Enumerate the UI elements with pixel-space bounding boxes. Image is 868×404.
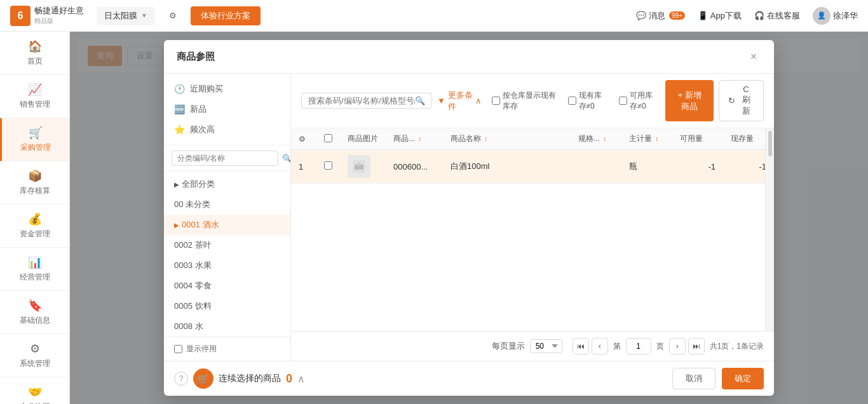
quick-frequent[interactable]: ⭐ 频次高 — [164, 119, 290, 140]
add-product-button[interactable]: + 新增商品 — [665, 80, 714, 121]
th-spec[interactable]: 规格... ↕ — [571, 128, 621, 150]
select-all-checkbox[interactable] — [324, 134, 332, 142]
sidebar-item-collaboration[interactable]: 🤝 企业协同 — [0, 377, 69, 404]
online-service-item[interactable]: 🎧 在线客服 — [754, 10, 800, 22]
per-page-select[interactable]: 50 10 20 100 — [530, 339, 562, 353]
table-row[interactable]: 1 — [291, 150, 774, 184]
footer-buttons: 取消 确定 — [672, 368, 764, 389]
th-name-label: 商品名称 — [451, 134, 481, 143]
quick-new-products[interactable]: 🆕 新品 — [164, 99, 290, 119]
cell-image — [340, 150, 386, 184]
th-checkbox — [316, 128, 340, 150]
search-bar: 🔍 ▼ 更多条件 ∧ 按仓库显示现有库存 — [291, 74, 774, 128]
logo-text: 畅捷通好生意 — [34, 6, 84, 17]
cat-item-snack[interactable]: 0004 零食 — [164, 276, 290, 296]
sort-code-icon: ↕ — [418, 135, 421, 142]
th-stock-label: 现存量 — [731, 134, 754, 143]
show-disabled-area: 显示停用 — [164, 337, 290, 361]
sidebar-item-sales[interactable]: 📈 销售管理 — [0, 75, 69, 118]
sidebar-item-system[interactable]: ⚙ 系统管理 — [0, 334, 69, 377]
sidebar-item-inventory[interactable]: 📦 库存核算 — [0, 161, 69, 205]
per-page-wrap: 每页显示 50 10 20 100 — [492, 339, 562, 353]
sidebar-label-system: 系统管理 — [20, 358, 50, 369]
product-search-input[interactable] — [308, 96, 415, 105]
content-area: 查询 设置 刷新 商品参照 × 🕐 — [70, 32, 868, 404]
sidebar-item-finance[interactable]: 💰 资金管理 — [0, 205, 69, 248]
top-nav: 6 畅捷通好生意 精品版 日太阳膜 ▼ ⚙ 体验行业方案 💬 消息 99+ 📱 … — [0, 0, 868, 32]
cat-item-water[interactable]: 0008 水 — [164, 316, 290, 337]
th-available[interactable]: 可用量 — [672, 128, 723, 150]
modal-body: 🕐 近期购买 🆕 新品 ⭐ 频次高 — [164, 74, 774, 361]
row-checkbox[interactable] — [324, 161, 332, 170]
sidebar-item-purchase[interactable]: 🛒 采购管理 — [0, 118, 69, 161]
cell-name: 白酒100ml — [443, 150, 571, 184]
th-name[interactable]: 商品名称 ↕ — [443, 128, 571, 150]
cat-item-unclassified[interactable]: 00 未分类 — [164, 194, 290, 215]
cat-label-all: 全部分类 — [182, 178, 215, 190]
filter-icon: ▼ — [437, 96, 445, 105]
nav-right: 💬 消息 99+ 📱 App下载 🎧 在线客服 👤 徐泽华 — [636, 7, 858, 25]
cat-item-fruit[interactable]: 0003 水果 — [164, 255, 290, 276]
sidebar-label-finance: 资金管理 — [20, 229, 50, 239]
refresh-button[interactable]: ↻ C 刷新 — [719, 80, 764, 121]
check-avail-ne0[interactable]: 可用库存≠0 — [619, 90, 660, 112]
sort-name-icon: ↕ — [484, 135, 487, 142]
trial-button[interactable]: 体验行业方案 — [191, 6, 261, 25]
sidebar-item-management[interactable]: 📊 经营管理 — [0, 248, 69, 291]
cancel-button[interactable]: 取消 — [672, 368, 715, 389]
category-search-icon[interactable]: 🔍 — [282, 154, 291, 163]
settings-icon[interactable]: ⚙ — [299, 135, 306, 144]
next-page-button[interactable]: › — [669, 338, 686, 354]
th-unit[interactable]: 主计量 ↕ — [621, 128, 672, 150]
quick-recent-purchase[interactable]: 🕐 近期购买 — [164, 79, 290, 99]
cart-icon[interactable]: 🛒 — [193, 368, 214, 389]
settings-icon[interactable]: ⚙ — [163, 6, 183, 26]
cat-item-liquor[interactable]: ▶ 0001 酒水 — [164, 215, 290, 235]
by-warehouse-checkbox[interactable] — [492, 97, 500, 105]
app-download-item[interactable]: 📱 App下载 — [698, 10, 742, 22]
cat-item-all[interactable]: ▶ 全部分类 — [164, 174, 290, 194]
per-page-label: 每页显示 — [492, 340, 525, 352]
messages-item[interactable]: 💬 消息 99+ — [636, 10, 685, 22]
prev-page-button[interactable]: ‹ — [592, 338, 608, 354]
basic-info-icon: 🔖 — [28, 299, 42, 313]
modal-close-button[interactable]: × — [746, 49, 761, 64]
th-settings: ⚙ — [291, 128, 316, 150]
cell-available: -1 — [672, 150, 723, 184]
sidebar-label-purchase: 采购管理 — [20, 142, 51, 153]
cat-item-tea[interactable]: 0002 茶叶 — [164, 235, 290, 255]
messages-label: 消息 — [649, 10, 665, 22]
check-stock-ne0[interactable]: 现有库存≠0 — [568, 90, 609, 112]
cat-label-beverage: 0005 饮料 — [174, 300, 212, 312]
stock-ne0-checkbox[interactable] — [568, 97, 576, 105]
page-label: 第 — [613, 341, 621, 352]
cat-label-water: 0008 水 — [174, 321, 203, 332]
cat-item-beverage[interactable]: 0005 饮料 — [164, 296, 290, 316]
cart-collapse-icon[interactable]: ∧ — [297, 373, 305, 385]
search-icon[interactable]: 🔍 — [415, 96, 425, 105]
modal-header: 商品参照 × — [164, 40, 774, 74]
username-label: 徐泽华 — [833, 10, 858, 22]
quick-access: 🕐 近期购买 🆕 新品 ⭐ 频次高 — [164, 74, 290, 145]
filter-more-button[interactable]: ▼ 更多条件 ∧ — [437, 90, 482, 112]
help-icon[interactable]: ? — [174, 372, 188, 386]
last-page-button[interactable]: ⏭ — [688, 338, 705, 354]
scrollbar[interactable] — [765, 128, 774, 331]
check-by-warehouse[interactable]: 按仓库显示现有库存 — [492, 90, 557, 112]
nav-selector[interactable]: 日太阳膜 ▼ — [97, 7, 155, 25]
cat-label-snack: 0004 零食 — [174, 280, 212, 292]
page-number-input[interactable] — [626, 338, 651, 354]
sidebar-item-home[interactable]: 🏠 首页 — [0, 32, 69, 75]
left-panel: 🕐 近期购买 🆕 新品 ⭐ 频次高 — [164, 74, 291, 361]
confirm-button[interactable]: 确定 — [722, 368, 764, 389]
sidebar-item-basic-info[interactable]: 🔖 基础信息 — [0, 291, 69, 334]
category-search-input[interactable] — [172, 151, 278, 166]
th-code[interactable]: 商品... ↕ — [386, 128, 443, 150]
show-disabled-checkbox[interactable] — [174, 345, 182, 353]
cart-area: ? 🛒 连续选择的商品 0 ∧ — [174, 368, 665, 389]
first-page-button[interactable]: ⏮ — [573, 338, 589, 354]
avail-ne0-checkbox[interactable] — [619, 97, 627, 105]
new-icon: 🆕 — [174, 104, 185, 114]
cat-arrow-liquor: ▶ — [174, 222, 179, 229]
user-item[interactable]: 👤 徐泽华 — [813, 7, 858, 25]
